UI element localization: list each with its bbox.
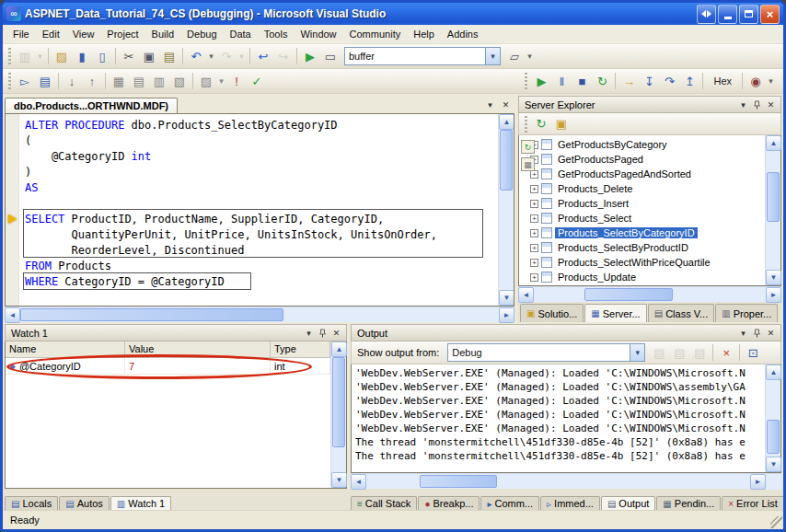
tree-item[interactable]: +GetProductsPagedAndSorted — [530, 167, 765, 181]
find-message-icon[interactable]: ▤ — [649, 342, 669, 363]
stop-debugging-icon[interactable]: ■ — [572, 71, 592, 91]
column-header-value[interactable]: Value — [125, 341, 271, 357]
document-list-dropdown-icon[interactable]: ▾ — [483, 98, 497, 111]
toggle-word-wrap-icon[interactable]: ⊡ — [743, 342, 763, 363]
scroll-down-button[interactable]: ▼ — [499, 290, 514, 306]
auto-hide-pin-icon[interactable] — [316, 327, 329, 340]
expand-icon[interactable]: + — [530, 244, 538, 252]
solution-configurations-icon[interactable]: ▭ — [320, 46, 341, 66]
execute-sql-icon[interactable]: ! — [226, 71, 247, 91]
menu-item-window[interactable]: Window — [294, 26, 342, 42]
combo-dropdown-icon[interactable]: ▾ — [630, 344, 644, 361]
start-debugging-icon[interactable]: ▶ — [300, 46, 320, 66]
copy-icon[interactable]: ▣ — [139, 46, 159, 66]
tab-output[interactable]: ▤Output — [601, 496, 655, 510]
editor-horizontal-scrollbar[interactable]: ◄ ► — [5, 306, 514, 322]
expand-icon[interactable]: + — [530, 229, 538, 237]
show-criteria-pane-icon[interactable]: ▤ — [129, 71, 149, 91]
output-horizontal-scrollbar[interactable]: ◄ ► — [351, 473, 781, 489]
scroll-up-button[interactable]: ▲ — [766, 364, 781, 380]
scroll-up-button[interactable]: ▲ — [499, 114, 514, 130]
tree-vertical-scrollbar[interactable]: ▲ ▼ — [765, 135, 780, 285]
scrollbar-track[interactable] — [331, 357, 346, 472]
continue-icon[interactable]: ▶ — [531, 71, 551, 91]
restart-icon[interactable]: ↻ — [592, 71, 612, 91]
server-explorer-tree[interactable]: ↻ ▦ +GetProductsByCategory+GetProductsPa… — [518, 135, 781, 286]
close-button[interactable]: × — [760, 5, 780, 24]
add-new-item-dropdown-icon[interactable]: ▾ — [35, 46, 45, 66]
tab-comm[interactable]: ▸Comm... — [480, 496, 539, 510]
navigate-forward-icon[interactable]: ↪ — [273, 46, 294, 66]
scrollbar-track[interactable] — [534, 287, 766, 302]
scrollbar-track[interactable] — [366, 474, 750, 489]
stop-refresh-icon[interactable]: ▣ — [551, 114, 572, 134]
breakpoints-window-icon[interactable]: ◉ — [746, 71, 766, 91]
double-arrow-button[interactable] — [697, 5, 716, 24]
output-header[interactable]: Output ▾ ✕ — [351, 324, 781, 341]
scrollbar-thumb[interactable] — [500, 130, 513, 191]
find-combo[interactable]: buffer ▾ — [344, 47, 501, 65]
scroll-left-button[interactable]: ◄ — [351, 474, 366, 490]
scroll-down-button[interactable]: ▼ — [766, 270, 781, 285]
expand-icon[interactable]: + — [530, 214, 538, 223]
menu-item-data[interactable]: Data — [224, 26, 258, 42]
menu-item-debug[interactable]: Debug — [180, 26, 223, 42]
scroll-right-button[interactable]: ► — [750, 474, 766, 490]
scrollbar-track[interactable] — [499, 130, 514, 290]
menu-item-help[interactable]: Help — [407, 26, 441, 42]
scrollbar-thumb[interactable] — [584, 288, 673, 301]
window-position-icon[interactable]: ▾ — [736, 327, 750, 340]
scrollbar-track[interactable] — [766, 151, 780, 270]
save-all-icon[interactable]: ▯ — [92, 46, 112, 66]
window-position-icon[interactable]: ▾ — [736, 98, 750, 111]
expand-icon[interactable]: + — [530, 200, 538, 208]
tab-locals[interactable]: ▤Locals — [5, 496, 58, 510]
pointer-icon[interactable]: ▻ — [15, 71, 35, 91]
code-editor[interactable]: ALTER PROCEDURE dbo.Products_SelectByCat… — [5, 113, 514, 306]
tree-item[interactable]: +Products_Delete — [530, 181, 765, 196]
menu-item-tools[interactable]: Tools — [258, 26, 295, 42]
scrollbar-thumb[interactable] — [20, 308, 283, 321]
toolbar-grip[interactable] — [525, 73, 527, 89]
clear-all-icon[interactable]: × — [716, 342, 736, 363]
code-text[interactable]: ALTER PROCEDURE dbo.Products_SelectByCat… — [19, 114, 498, 306]
menu-item-build[interactable]: Build — [145, 26, 180, 42]
output-body[interactable]: 'WebDev.WebServer.EXE' (Managed): Loaded… — [351, 364, 781, 473]
tree-item[interactable]: +GetProductsPaged — [530, 152, 765, 167]
combo-dropdown-icon[interactable]: ▾ — [485, 48, 500, 64]
scroll-right-button[interactable]: ► — [766, 287, 781, 303]
toolbar-options-icon[interactable]: ▾ — [766, 71, 776, 91]
watch-value[interactable]: 7 — [125, 358, 271, 374]
scroll-left-button[interactable]: ◄ — [5, 307, 20, 323]
output-vertical-scrollbar[interactable]: ▲ ▼ — [765, 364, 780, 472]
close-document-icon[interactable]: ✕ — [499, 98, 513, 111]
verify-sql-icon[interactable]: ✓ — [247, 71, 267, 91]
toolbar-grip[interactable] — [8, 73, 11, 89]
menu-item-project[interactable]: Project — [100, 26, 144, 42]
auto-hide-pin-icon[interactable] — [750, 98, 764, 111]
expand-icon[interactable]: + — [530, 259, 538, 267]
scrollbar-track[interactable] — [20, 307, 499, 322]
scroll-left-button[interactable]: ◄ — [518, 287, 534, 303]
tab-error-list[interactable]: ×Error List — [722, 496, 783, 510]
menu-item-edit[interactable]: Edit — [36, 26, 66, 42]
paste-icon[interactable]: ▤ — [159, 46, 179, 66]
server-explorer-header[interactable]: Server Explorer ▾ ✕ — [518, 96, 781, 113]
save-icon[interactable]: ▮ — [72, 46, 92, 66]
show-sql-pane-icon[interactable]: ▥ — [149, 71, 169, 91]
tree-item[interactable]: +Products_Insert — [530, 196, 765, 211]
show-next-statement-icon[interactable]: → — [618, 71, 639, 91]
add-new-item-icon[interactable]: ▥ — [15, 46, 35, 66]
tab-call-stack[interactable]: ≡Call Stack — [351, 496, 417, 510]
change-type-icon[interactable]: ▨ — [196, 71, 216, 91]
scrollbar-thumb[interactable] — [767, 172, 780, 222]
tree-item[interactable]: +Products_SelectByCategoryID — [530, 226, 765, 240]
expand-icon[interactable]: + — [530, 273, 538, 282]
undo-icon[interactable]: ↶ — [186, 46, 206, 66]
menu-item-addins[interactable]: Addins — [441, 26, 485, 42]
tree-partial-node-icon[interactable]: ↻ — [521, 140, 535, 154]
sort-ascending-icon[interactable]: ↓ — [62, 71, 82, 91]
scroll-up-button[interactable]: ▲ — [331, 341, 347, 357]
tab-proper[interactable]: ▥Proper... — [715, 304, 778, 322]
close-panel-icon[interactable]: ✕ — [329, 327, 343, 340]
